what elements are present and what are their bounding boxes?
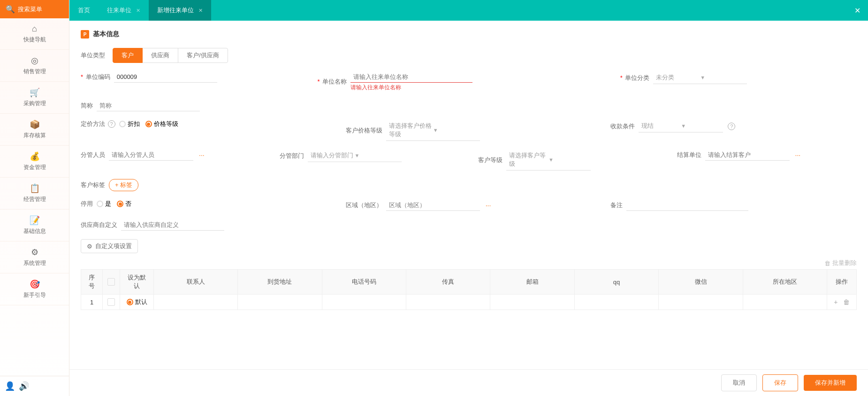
- th-checkbox: [103, 270, 120, 295]
- section-icon: P: [81, 30, 89, 39]
- custom-setting-label: 自定义项设置: [95, 242, 132, 250]
- save-button[interactable]: 保存: [762, 374, 798, 391]
- radio-price-level[interactable]: 价格等级: [145, 120, 178, 128]
- row-delete-button[interactable]: 🗑: [841, 297, 852, 307]
- td-contact[interactable]: [153, 295, 237, 310]
- purchase-icon: 🛒: [30, 87, 40, 98]
- dept-placeholder: 请输入分管部门: [311, 151, 355, 160]
- wechat-input[interactable]: [663, 299, 738, 306]
- notes-label: 备注: [610, 201, 623, 210]
- guide-icon: 🎯: [30, 279, 40, 289]
- td-wechat[interactable]: [659, 295, 743, 310]
- th-seq: 序号: [81, 270, 103, 295]
- custom-setting-button[interactable]: ⚙ 自定义项设置: [81, 239, 138, 253]
- sidebar-item-label: 系统管理: [23, 259, 46, 267]
- settle-label: 结算单位: [677, 151, 701, 159]
- sidebar-item-shortcuts[interactable]: ⌂ 快捷导航: [0, 18, 69, 50]
- radio-default[interactable]: 默认: [125, 298, 149, 306]
- type-btn-customer[interactable]: 客户: [113, 48, 143, 63]
- tab-new-partner-close[interactable]: ✕: [198, 8, 203, 14]
- manager-more-icon[interactable]: ···: [199, 151, 205, 159]
- td-address[interactable]: [238, 295, 322, 310]
- unit-type-label: 单位类型: [81, 51, 105, 60]
- sidebar-item-label: 基础信息: [23, 227, 46, 235]
- tab-home-label: 首页: [78, 6, 90, 15]
- dept-select[interactable]: 请输入分管部门 ▼: [308, 149, 402, 162]
- region-input[interactable]: [386, 200, 480, 211]
- fax-input[interactable]: [411, 299, 485, 306]
- save-new-button[interactable]: 保存并新增: [804, 375, 857, 391]
- sidebar-item-purchase[interactable]: 🛒 采购管理: [0, 82, 69, 114]
- category-select[interactable]: 未分类 ▼: [653, 71, 747, 84]
- supplier-custom-input[interactable]: [121, 219, 224, 231]
- name-input[interactable]: [350, 71, 472, 83]
- region-more-icon[interactable]: ···: [486, 202, 491, 209]
- qq-input[interactable]: [579, 299, 654, 306]
- add-tag-button[interactable]: + 标签: [109, 179, 138, 191]
- sidebar-item-sales[interactable]: ◎ 销售管理: [0, 50, 69, 82]
- name-error-msg: 请输入往来单位名称: [350, 84, 472, 92]
- radio-disabled-yes[interactable]: 是: [97, 200, 111, 208]
- notes-input[interactable]: [626, 200, 748, 211]
- settle-input[interactable]: [705, 149, 790, 161]
- tab-partners-close[interactable]: ✕: [136, 8, 140, 14]
- chevron-down-icon: ▼: [548, 157, 588, 163]
- customer-level-select[interactable]: 请选择客户等级 ▼: [506, 149, 591, 171]
- sidebar-item-label: 资金管理: [23, 163, 46, 171]
- phone-input[interactable]: [327, 299, 401, 306]
- sidebar-item-basic-info[interactable]: 📝 基础信息: [0, 210, 69, 241]
- customer-level-label: 客户等级: [478, 156, 503, 164]
- payment-select[interactable]: 现结 ▼: [639, 120, 723, 132]
- td-qq[interactable]: [574, 295, 658, 310]
- basic-info-icon: 📝: [30, 215, 40, 225]
- tab-partners[interactable]: 往来单位 ✕: [99, 0, 149, 21]
- field-supplier-custom: 供应商自定义: [81, 219, 857, 231]
- address-input[interactable]: [243, 299, 317, 306]
- pricing-help-icon[interactable]: ?: [108, 120, 115, 128]
- batch-delete-icon: 🗑: [824, 260, 830, 267]
- td-location[interactable]: [743, 295, 827, 310]
- contact-input[interactable]: [159, 299, 233, 306]
- sidebar-item-finance[interactable]: 💰 资金管理: [0, 146, 69, 178]
- form-row-1: * 单位编码 * 单位名称 请输入往来单位名称 * 单位分类: [81, 71, 857, 92]
- sidebar-item-guide[interactable]: 🎯 新手引导: [0, 273, 69, 305]
- row-add-button[interactable]: +: [832, 297, 839, 307]
- type-btn-supplier[interactable]: 供应商: [142, 48, 178, 63]
- code-input[interactable]: [114, 71, 217, 83]
- th-location: 所在地区: [743, 270, 827, 295]
- tags-label: 客户标签: [81, 181, 105, 189]
- payment-help-icon[interactable]: ?: [728, 123, 735, 130]
- td-phone[interactable]: [322, 295, 406, 310]
- type-btn-both[interactable]: 客户/供应商: [178, 48, 228, 63]
- form-row-supplier-custom: 供应商自定义: [81, 219, 857, 231]
- dept-label: 分管部门: [280, 152, 304, 160]
- td-email[interactable]: [490, 295, 574, 310]
- location-input[interactable]: [748, 299, 822, 306]
- section-title: 基本信息: [93, 30, 119, 39]
- th-action: 操作: [827, 270, 857, 295]
- td-checkbox[interactable]: [103, 295, 120, 310]
- tab-home[interactable]: 首页: [69, 0, 99, 21]
- radio-discount[interactable]: 折扣: [119, 120, 140, 128]
- td-fax[interactable]: [406, 295, 490, 310]
- customer-price-placeholder: 请选择客户价格等级: [389, 122, 433, 139]
- tab-new-partner[interactable]: 新增往来单位 ✕: [149, 0, 211, 21]
- form-row-tags: 客户标签 + 标签: [81, 179, 857, 191]
- pricing-radio-group: 折扣 价格等级: [119, 120, 178, 128]
- email-input[interactable]: [495, 299, 569, 306]
- form-row-disabled: 停用 是 否 区域（地区） ···: [81, 200, 857, 211]
- category-value: 未分类: [656, 73, 700, 82]
- window-close-button[interactable]: ✕: [847, 6, 868, 15]
- abbr-input[interactable]: [97, 100, 200, 111]
- default-label: 默认: [135, 298, 147, 306]
- sidebar-item-operations[interactable]: 📋 经营管理: [0, 178, 69, 210]
- batch-delete-label[interactable]: 批量删除: [832, 259, 857, 267]
- radio-disabled-no[interactable]: 否: [117, 200, 131, 208]
- customer-price-select[interactable]: 请选择客户价格等级 ▼: [386, 120, 480, 141]
- sidebar-item-inventory[interactable]: 📦 库存核算: [0, 114, 69, 146]
- sidebar-item-system[interactable]: ⚙ 系统管理: [0, 241, 69, 273]
- search-menu[interactable]: 🔍 搜索菜单: [0, 0, 69, 18]
- manager-input[interactable]: [109, 149, 193, 161]
- settle-more-icon[interactable]: ···: [795, 151, 801, 159]
- cancel-button[interactable]: 取消: [721, 374, 757, 391]
